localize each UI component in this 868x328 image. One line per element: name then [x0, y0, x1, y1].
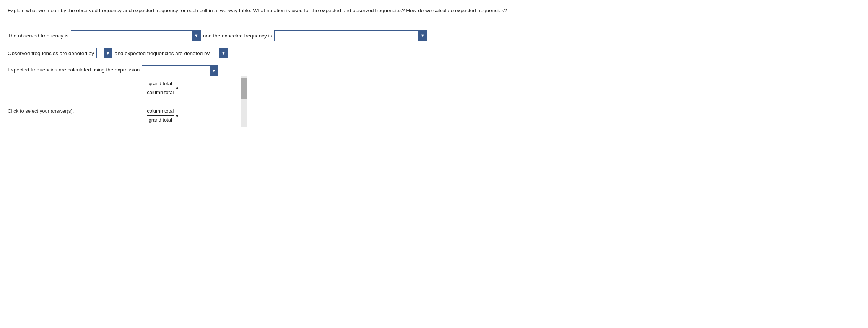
expected-notation-dropdown[interactable]: ▼	[212, 48, 228, 58]
row1-prefix: The observed frequency is	[8, 33, 68, 39]
observed-frequency-arrow[interactable]: ▼	[192, 31, 200, 41]
row-notation: Observed frequencies are denoted by ▼ an…	[8, 48, 860, 58]
top-divider	[8, 23, 860, 23]
fraction-1-denominator: column total	[147, 88, 174, 96]
question-text: Explain what we mean by the observed fre…	[8, 7, 581, 15]
popup-scrollbar[interactable]	[241, 76, 247, 127]
option-grand-total-over-column-total[interactable]: grand total column total	[142, 76, 247, 100]
sep-1	[142, 102, 247, 102]
fraction-2-denominator: grand total	[149, 116, 172, 123]
option-column-total-over-grand-total[interactable]: column total grand total	[142, 104, 247, 128]
observed-notation-dropdown[interactable]: ▼	[96, 48, 112, 58]
expression-dropdown-container: ▼ grand total column total column total …	[142, 65, 218, 77]
expected-notation-arrow[interactable]: ▼	[219, 48, 228, 58]
expression-dropdown-popup: grand total column total column total gr…	[142, 76, 247, 127]
row3-prefix: Expected frequencies are calculated usin…	[8, 67, 140, 73]
expected-frequency-arrow[interactable]: ▼	[418, 31, 427, 41]
row-observed-expected: The observed frequency is ▼ and the expe…	[8, 30, 860, 41]
observed-notation-arrow[interactable]: ▼	[104, 48, 112, 58]
bottom-divider	[8, 120, 860, 120]
fraction-2-numerator: column total	[147, 108, 174, 116]
popup-scrollbar-thumb[interactable]	[241, 78, 247, 99]
option-dot-2	[176, 115, 178, 117]
fraction-1: grand total column total	[147, 80, 174, 96]
row2-prefix: Observed frequencies are denoted by	[8, 50, 94, 56]
option-dot-1	[176, 87, 178, 89]
expression-dropdown-arrow[interactable]: ▼	[210, 66, 218, 76]
row1-connector: and the expected frequency is	[203, 33, 272, 39]
fraction-2: column total grand total	[147, 108, 174, 123]
expression-dropdown[interactable]: ▼	[142, 65, 218, 76]
expected-frequency-dropdown[interactable]: ▼	[274, 30, 427, 41]
row2-connector: and expected frequencies are denoted by	[115, 50, 210, 56]
click-hint-area: Click to select your answer(s).	[8, 108, 860, 114]
row-expression: Expected frequencies are calculated usin…	[8, 65, 860, 77]
fraction-1-numerator: grand total	[149, 80, 172, 88]
click-hint-text: Click to select your answer(s).	[8, 108, 74, 114]
observed-frequency-dropdown[interactable]: ▼	[71, 30, 201, 41]
